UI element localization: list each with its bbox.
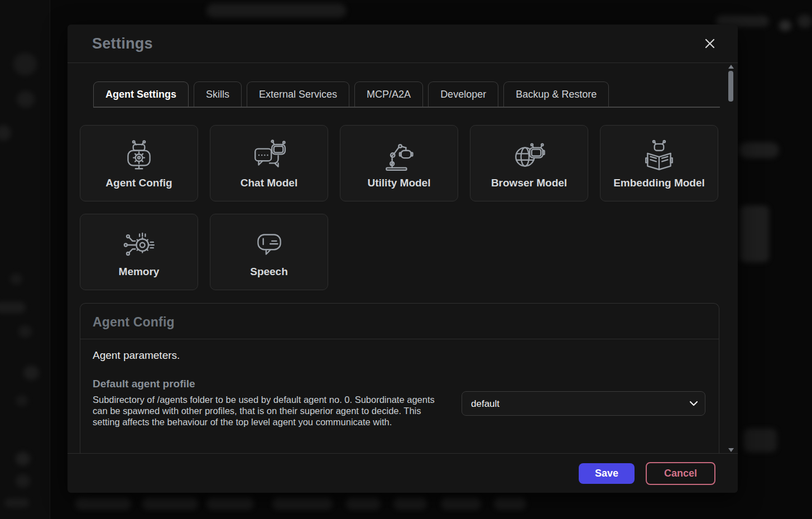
card-speech[interactable]: Speech: [210, 214, 328, 290]
card-chat-model[interactable]: Chat Model: [210, 125, 328, 201]
tab-external-services[interactable]: External Services: [247, 81, 349, 107]
card-browser-model[interactable]: Browser Model: [470, 125, 588, 201]
card-label: Agent Config: [105, 177, 172, 189]
background-blob: [206, 3, 346, 18]
field-info: Default agent profile Subdirectory of /a…: [93, 378, 461, 427]
background-blob: [16, 452, 30, 465]
speech-bubble-icon: [251, 228, 287, 261]
background-blob: [740, 205, 769, 262]
card-label: Speech: [250, 266, 288, 278]
background-blob: [16, 395, 28, 406]
field-control: default: [462, 378, 705, 427]
background-blob: [779, 20, 791, 31]
cancel-button[interactable]: Cancel: [646, 462, 715, 485]
book-robot-icon: [641, 140, 678, 172]
agent-config-section: Agent Config Agent parameters. Default a…: [80, 303, 719, 453]
background-pill: [142, 497, 198, 510]
tab-backup-restore[interactable]: Backup & Restore: [503, 81, 609, 107]
robot-gear-icon: [121, 140, 157, 172]
background-blob: [0, 302, 26, 313]
background-pill: [75, 497, 131, 510]
card-agent-config[interactable]: Agent Config: [80, 125, 198, 201]
settings-cards: Agent Config Chat Mo: [80, 125, 720, 290]
card-label: Utility Model: [368, 177, 431, 189]
default-agent-profile-select[interactable]: default: [462, 391, 705, 416]
save-button[interactable]: Save: [579, 463, 635, 484]
background-blob: [13, 53, 37, 75]
modal-header: Settings: [68, 25, 738, 63]
background-pill: [393, 497, 427, 510]
close-icon: [704, 38, 715, 49]
card-utility-model[interactable]: Utility Model: [340, 125, 458, 201]
background-pill: [206, 497, 254, 510]
robot-arm-icon: [381, 140, 417, 172]
tab-agent-settings[interactable]: Agent Settings: [93, 81, 189, 107]
background-blob: [23, 366, 39, 380]
background-blob: [743, 429, 777, 452]
background-pill: [346, 497, 381, 510]
card-label: Chat Model: [241, 177, 297, 189]
field-description: Subdirectory of /agents folder to be use…: [93, 394, 450, 427]
tab-developer[interactable]: Developer: [428, 81, 498, 107]
settings-tabs: Agent Settings Skills External Services …: [93, 81, 720, 108]
modal-title: Settings: [92, 35, 153, 52]
background-pill: [272, 497, 333, 510]
field-default-agent-profile: Default agent profile Subdirectory of /a…: [93, 378, 705, 427]
globe-robot-icon: [511, 140, 547, 172]
scrollbar-thumb[interactable]: [728, 71, 733, 102]
scroll-down-arrow[interactable]: [728, 448, 734, 452]
card-label: Browser Model: [491, 177, 567, 189]
section-description: Agent parameters.: [93, 349, 705, 362]
field-label: Default agent profile: [93, 378, 461, 390]
tab-skills[interactable]: Skills: [194, 81, 242, 107]
modal-scrollbar[interactable]: [728, 65, 734, 453]
circuit-gear-icon: [121, 228, 157, 261]
card-embedding-model[interactable]: Embedding Model: [600, 125, 718, 201]
tab-mcp-a2a[interactable]: MCP/A2A: [354, 81, 423, 107]
card-label: Embedding Model: [613, 177, 705, 189]
background-sidebar: [0, 0, 50, 519]
settings-modal: Settings Agent Settings Skills External …: [68, 25, 738, 493]
background-blob: [10, 273, 22, 285]
card-memory[interactable]: Memory: [80, 214, 198, 290]
section-divider: [80, 339, 719, 339]
background-blob: [739, 142, 779, 158]
background-blob: [16, 474, 30, 488]
close-button[interactable]: [702, 36, 718, 51]
background-blob: [4, 498, 29, 507]
background-blob: [18, 325, 32, 338]
background-pill: [441, 497, 481, 510]
background-blob: [17, 91, 35, 108]
chat-robot-icon: [251, 140, 287, 172]
modal-body: Agent Settings Skills External Services …: [68, 63, 738, 453]
background-pill: [494, 497, 526, 510]
card-label: Memory: [119, 266, 160, 278]
scroll-up-arrow[interactable]: [728, 65, 734, 69]
background-blob: [797, 15, 812, 28]
section-title: Agent Config: [93, 315, 705, 330]
modal-footer: Save Cancel: [68, 453, 738, 493]
